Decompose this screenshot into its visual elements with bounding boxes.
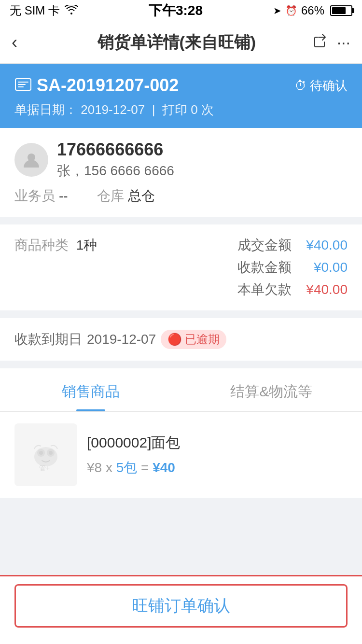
due-date-label: 收款到期日 bbox=[14, 330, 82, 349]
customer-phone: 17666666666 bbox=[57, 140, 174, 160]
amount-value: ¥40.00 bbox=[299, 238, 348, 253]
alarm-icon: ⏰ bbox=[285, 5, 297, 16]
owed-label: 本单欠款 bbox=[237, 280, 292, 299]
received-label: 收款金额 bbox=[237, 258, 292, 277]
owed-value: ¥40.00 bbox=[299, 282, 348, 297]
overdue-icon: 🔴 bbox=[167, 333, 182, 346]
svg-text:管+: 管+ bbox=[39, 464, 50, 472]
order-date: 单据日期： 2019-12-07 | 打印 0 次 bbox=[14, 101, 348, 118]
nav-right-actions: ··· bbox=[313, 33, 350, 52]
overdue-badge: 🔴 已逾期 bbox=[161, 330, 226, 349]
wifi-icon bbox=[65, 4, 78, 17]
share-button[interactable] bbox=[313, 33, 327, 52]
received-value: ¥0.00 bbox=[299, 260, 348, 275]
customer-section: 17666666666 张，156 6666 6666 业务员 -- 仓库 总仓 bbox=[0, 128, 362, 217]
battery-percent: 66% bbox=[301, 4, 324, 17]
product-qty: 5包 bbox=[116, 460, 138, 475]
product-equals: = bbox=[141, 460, 153, 475]
order-header: SA-20191207-002 ⏱ 待确认 单据日期： 2019-12-07 |… bbox=[0, 64, 362, 128]
tab-settlement[interactable]: 结算&物流等 bbox=[181, 368, 362, 411]
product-price: ¥8 bbox=[87, 460, 102, 475]
product-type-label: 商品种类 bbox=[14, 238, 69, 252]
tabs-section: 销售商品 结算&物流等 管+ [0000002]面包 ¥8 x bbox=[0, 368, 362, 498]
page-title: 销货单详情(来自旺铺) bbox=[41, 31, 313, 54]
tabs-header: 销售商品 结算&物流等 bbox=[0, 368, 362, 412]
summary-section: 商品种类 1种 成交金额 ¥40.00 收款金额 ¥0.00 本单欠款 ¥40.… bbox=[0, 224, 362, 310]
sales-person: 业务员 -- bbox=[14, 187, 68, 205]
product-item: 管+ [0000002]面包 ¥8 x 5包 = ¥40 bbox=[0, 412, 362, 498]
product-info: [0000002]面包 ¥8 x 5包 = ¥40 bbox=[87, 433, 348, 477]
status-left: 无 SIM 卡 bbox=[10, 3, 78, 18]
order-id: SA-20191207-002 bbox=[14, 75, 179, 96]
status-bar: 无 SIM 卡 下午3:28 ➤ ⏰ 66% bbox=[0, 0, 362, 21]
bottom-bar: 旺铺订单确认 bbox=[0, 575, 362, 644]
location-icon: ➤ bbox=[273, 5, 281, 16]
summary-right: 成交金额 ¥40.00 收款金额 ¥0.00 本单欠款 ¥40.00 bbox=[237, 236, 348, 299]
warehouse: 仓库 总仓 bbox=[97, 187, 155, 205]
battery-icon bbox=[330, 5, 352, 16]
product-name: [0000002]面包 bbox=[87, 433, 348, 453]
status-time: 下午3:28 bbox=[149, 1, 203, 20]
due-date-value: 2019-12-07 bbox=[87, 332, 156, 347]
order-icon bbox=[14, 75, 32, 96]
product-thumbnail: 管+ bbox=[14, 423, 77, 486]
confirm-button[interactable]: 旺铺订单确认 bbox=[14, 584, 348, 628]
status-right: ➤ ⏰ 66% bbox=[273, 4, 352, 17]
back-button[interactable]: ‹ bbox=[12, 32, 41, 53]
more-button[interactable]: ··· bbox=[337, 33, 350, 52]
svg-point-6 bbox=[49, 451, 53, 455]
customer-name: 张，156 6666 6666 bbox=[57, 162, 174, 180]
product-multiply: x bbox=[106, 460, 116, 475]
avatar bbox=[14, 143, 48, 177]
carrier-text: 无 SIM 卡 bbox=[10, 3, 60, 18]
svg-point-2 bbox=[34, 447, 57, 466]
order-status: ⏱ 待确认 bbox=[294, 77, 348, 94]
clock-icon: ⏱ bbox=[294, 78, 307, 93]
amount-label: 成交金额 bbox=[237, 236, 292, 254]
product-type-value: 1种 bbox=[76, 238, 97, 252]
svg-point-5 bbox=[39, 451, 43, 455]
due-date-section: 收款到期日 2019-12-07 🔴 已逾期 bbox=[0, 318, 362, 361]
nav-bar: ‹ 销货单详情(来自旺铺) ··· bbox=[0, 21, 362, 64]
product-total: ¥40 bbox=[153, 460, 175, 475]
tab-products[interactable]: 销售商品 bbox=[0, 368, 181, 411]
overdue-text: 已逾期 bbox=[185, 332, 220, 347]
product-price-row: ¥8 x 5包 = ¥40 bbox=[87, 459, 348, 477]
